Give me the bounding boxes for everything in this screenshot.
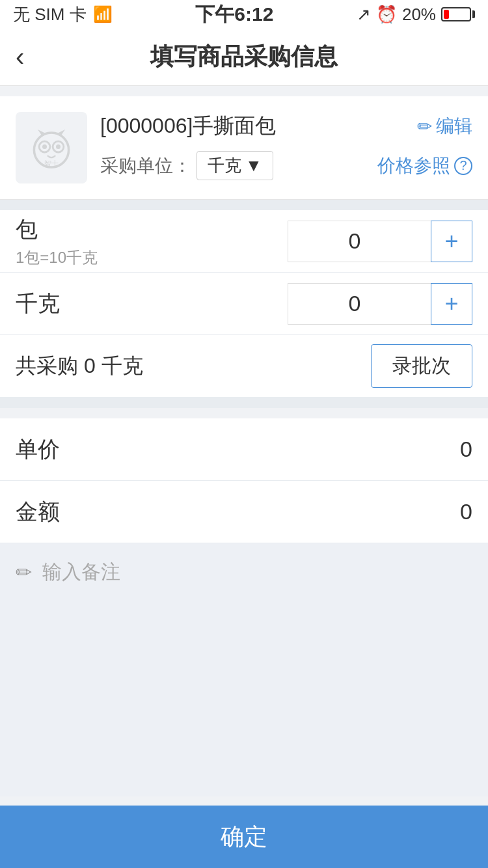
location-icon: ↗ <box>357 5 371 25</box>
status-left: 无 SIM 卡 📶 <box>13 3 113 26</box>
bag-label: 包 1包=10千克 <box>16 215 98 268</box>
battery-percent: 20% <box>402 5 436 25</box>
section-divider-2 <box>0 398 488 408</box>
edit-button[interactable]: ✏ 编辑 <box>417 114 472 139</box>
product-logo: 智十 <box>29 125 74 170</box>
status-time: 下午6:12 <box>195 1 273 28</box>
svg-text:智十: 智十 <box>44 159 59 167</box>
wifi-icon: 📶 <box>93 5 113 23</box>
product-name-row: [0000006]手撕面包 ✏ 编辑 <box>100 112 472 141</box>
product-card: 智十 [0000006]手撕面包 ✏ 编辑 采购单位： 千克 ▼ 价格参照 <box>0 96 488 200</box>
nav-bar: ‹ 填写商品采购信息 <box>0 29 488 86</box>
quantity-section: 包 1包=10千克 + 千克 + 共采购 0 千克 录批次 <box>0 210 488 398</box>
record-batch-button[interactable]: 录批次 <box>371 344 472 388</box>
edit-icon: ✏ <box>417 116 432 137</box>
bottom-space <box>0 601 488 796</box>
status-right: ↗ ⏰ 20% <box>357 5 475 25</box>
alarm-icon: ⏰ <box>376 5 397 25</box>
unit-select-dropdown[interactable]: 千克 ▼ <box>197 151 273 180</box>
svg-point-3 <box>42 144 47 149</box>
amount-label: 金额 <box>16 497 60 527</box>
unit-row: 采购单位： 千克 ▼ 价格参照 ? <box>100 151 472 180</box>
remark-section[interactable]: ✏ 输入备注 <box>0 543 488 601</box>
svg-point-4 <box>56 144 61 149</box>
product-info: [0000006]手撕面包 ✏ 编辑 采购单位： 千克 ▼ 价格参照 ? <box>100 112 472 180</box>
bag-quantity-input[interactable] <box>288 221 431 262</box>
kg-input-controls: + <box>288 283 472 325</box>
unit-label: 采购单位： 千克 ▼ <box>100 151 273 180</box>
summary-row: 共采购 0 千克 录批次 <box>0 335 488 398</box>
summary-text: 共采购 0 千克 <box>16 352 143 381</box>
back-button[interactable]: ‹ <box>16 42 24 72</box>
price-section: 单价 0 金额 0 <box>0 418 488 543</box>
status-bar: 无 SIM 卡 📶 下午6:12 ↗ ⏰ 20% <box>0 0 488 29</box>
product-name: [0000006]手撕面包 <box>100 112 276 141</box>
battery-icon <box>441 7 475 21</box>
unit-price-label: 单价 <box>16 435 60 465</box>
kg-label: 千克 <box>16 289 60 319</box>
confirm-button[interactable]: 确定 <box>0 806 488 868</box>
bag-input-controls: + <box>288 221 472 262</box>
amount-value: 0 <box>460 499 472 524</box>
amount-row: 金额 0 <box>0 481 488 543</box>
unit-price-row: 单价 0 <box>0 418 488 481</box>
unit-price-value: 0 <box>460 437 472 462</box>
pencil-icon: ✏ <box>16 561 32 584</box>
section-divider-1 <box>0 200 488 210</box>
remark-placeholder: 输入备注 <box>42 559 120 586</box>
confirm-button-label: 确定 <box>221 821 267 853</box>
product-image: 智十 <box>16 112 87 183</box>
kg-plus-button[interactable]: + <box>431 283 472 325</box>
chevron-down-icon: ▼ <box>245 156 262 176</box>
bag-input-row: 包 1包=10千克 + <box>0 210 488 273</box>
kg-input-row: 千克 + <box>0 273 488 335</box>
bag-plus-button[interactable]: + <box>431 221 472 262</box>
sim-status: 无 SIM 卡 <box>13 3 87 26</box>
help-icon: ? <box>454 157 472 175</box>
summary-value: 0 <box>84 354 96 377</box>
kg-quantity-input[interactable] <box>288 283 431 325</box>
price-reference-button[interactable]: 价格参照 ? <box>377 154 472 178</box>
page-title: 填写商品采购信息 <box>150 41 338 73</box>
